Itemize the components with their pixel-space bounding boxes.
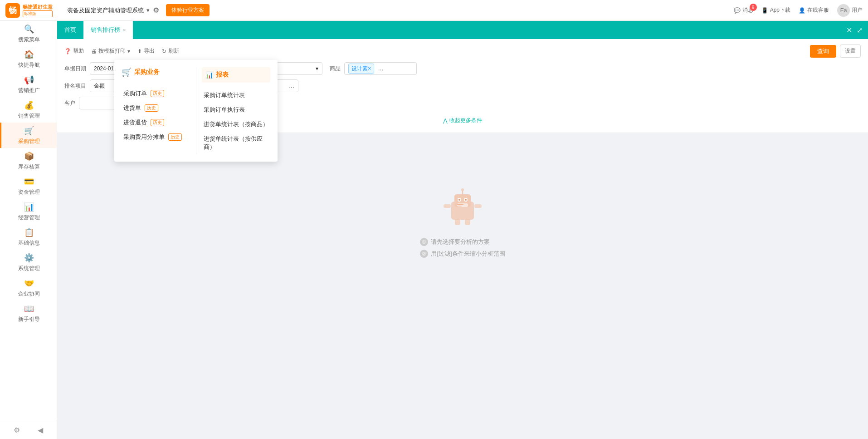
menu-item-goods-stat-by-supplier[interactable]: 进货单统计表（按供应商） (202, 132, 271, 154)
tip-item-2: ② 用[过滤]条件来缩小分析范围 (420, 248, 505, 260)
date-label: 单据日期 (64, 65, 86, 73)
sidebar-item-nav[interactable]: 🏠 快捷导航 (0, 46, 57, 72)
tab-sales-rank[interactable]: 销售排行榜 × (83, 21, 133, 39)
customer-label: 客户 (64, 99, 75, 107)
tab-home-label: 首页 (64, 26, 76, 34)
title-dropdown-icon[interactable]: ▾ (146, 7, 150, 14)
sidebar-label-sales: 销售管理 (18, 112, 40, 120)
purchase-order-label: 采购订单 (123, 89, 147, 98)
sidebar-item-management[interactable]: 📊 经营管理 (0, 199, 57, 224)
inventory-icon: 📦 (24, 151, 34, 161)
report-item-3-label: 进货单统计表（按供应商） (204, 135, 269, 151)
settings-gear-icon[interactable]: ⚙ (150, 4, 162, 17)
sidebar-label-purchase: 采购管理 (18, 138, 40, 145)
tab-close-icon[interactable]: × (123, 27, 126, 33)
purchase-icon: 🛒 (24, 126, 34, 136)
messages-item[interactable]: 💬 消息 9 (734, 6, 753, 14)
menu-item-purchase-order-stat[interactable]: 采购订单统计表 (202, 88, 271, 103)
collapse-text: 收起更多条件 (449, 117, 482, 124)
tab-close-window-icon[interactable]: ✕ (846, 26, 852, 35)
tab-sales-rank-label: 销售排行榜 (91, 26, 120, 34)
help-label: 帮助 (73, 47, 84, 55)
goods-field: 商品 设计素× … (330, 62, 417, 75)
trial-button[interactable]: 体验行业方案 (166, 4, 210, 16)
sidebar-item-basic[interactable]: 📋 基础信息 (0, 224, 57, 250)
sidebar-item-inventory[interactable]: 📦 库存核算 (0, 148, 57, 173)
settings-bottom-icon[interactable]: ⚙ (14, 426, 20, 434)
menu-item-goods-stat-by-goods[interactable]: 进货单统计表（按商品） (202, 117, 271, 132)
guide-icon: 📖 (24, 304, 34, 314)
history-badge-3: 历史 (168, 133, 182, 141)
sidebar-item-system[interactable]: ⚙️ 系统管理 (0, 250, 57, 275)
menu-item-purchase-cost[interactable]: 采购费用分摊单 历史 (122, 130, 190, 144)
tab-right-icons: ✕ ⤢ (846, 26, 868, 35)
collapse-up-icon: ⋀ (443, 118, 448, 124)
report-item-1-label: 采购订单执行表 (204, 106, 245, 114)
purchase-section-title: 🛒 采购业务 (122, 67, 190, 81)
sales-icon: 💰 (24, 100, 34, 110)
search-icon: 🔍 (24, 24, 34, 34)
logo-text: 畅捷通好生意 标准版 (23, 4, 53, 17)
sidebar-item-sales[interactable]: 💰 销售管理 (0, 97, 57, 123)
collapse-sidebar-icon[interactable]: ◀ (38, 426, 43, 434)
report-menu-section: 📊 报表 采购订单统计表 采购订单执行表 进货单统计表（按商品） (202, 67, 271, 154)
settings-button[interactable]: 设置 (840, 44, 861, 58)
sidebar-label-finance: 资金管理 (18, 188, 40, 196)
user-label: 用户 (852, 6, 863, 14)
goods-tag-text: 设计素× (351, 65, 371, 73)
goods-in-label: 进货单 (123, 104, 141, 112)
menu-divider (196, 67, 196, 154)
svg-point-14 (461, 188, 464, 191)
robot-svg (440, 188, 485, 229)
empty-illustration (440, 188, 485, 229)
main-area: 🔍 搜索菜单 🏠 快捷导航 📢 营销推广 💰 销售管理 🛒 采购管理 📦 (0, 21, 868, 439)
content-body: ❓ 帮助 🖨 按模板打印 ▾ ⬆ 导出 ↻ (57, 39, 868, 439)
menu-item-purchase-order-exec[interactable]: 采购订单执行表 (202, 103, 271, 117)
sidebar-item-marketing[interactable]: 📢 营销推广 (0, 72, 57, 97)
refresh-btn[interactable]: ↻ 刷新 (162, 47, 179, 55)
query-button[interactable]: 查询 (810, 45, 836, 58)
management-icon: 📊 (24, 202, 34, 212)
tip2-text: 用[过滤]条件来缩小分析范围 (431, 248, 505, 260)
query-area: 查询 设置 (810, 44, 861, 58)
report-section-title-text: 报表 (216, 71, 229, 79)
sidebar-item-search[interactable]: 🔍 搜索菜单 (0, 21, 57, 46)
menu-item-goods-return[interactable]: 进货退货 历史 (122, 115, 190, 130)
menu-item-purchase-order[interactable]: 采购订单 历史 (122, 86, 190, 101)
app-download-label: App下载 (770, 6, 790, 14)
purchase-section-title-text: 采购业务 (134, 68, 160, 76)
menu-item-goods-in[interactable]: 进货单 历史 (122, 101, 190, 115)
sidebar-label-cooperation: 企业协同 (18, 290, 40, 298)
app-download-item[interactable]: 📱 App下载 (761, 6, 790, 14)
report-item-2-label: 进货单统计表（按商品） (204, 120, 268, 128)
goods-select[interactable]: 设计素× … (344, 62, 417, 75)
purchase-section-icon: 🛒 (122, 67, 132, 77)
print-btn[interactable]: 🖨 按模板打印 ▾ (91, 47, 130, 55)
sidebar-item-guide[interactable]: 📖 新手引导 (0, 301, 57, 326)
rank-label: 排名项目 (64, 82, 86, 90)
export-icon: ⬆ (137, 48, 142, 54)
system-icon: ⚙️ (24, 253, 34, 263)
svg-rect-11 (455, 219, 460, 225)
svg-rect-9 (444, 204, 451, 208)
sidebar-bottom: ⚙ ◀ (0, 421, 57, 439)
print-dropdown-icon: ▾ (127, 48, 130, 54)
user-item[interactable]: Ea 用户 (837, 4, 863, 17)
help-btn[interactable]: ❓ 帮助 (64, 47, 84, 55)
tab-expand-icon[interactable]: ⤢ (857, 26, 863, 35)
export-btn[interactable]: ⬆ 导出 (137, 47, 155, 55)
logo-area: 畅 畅捷通好生意 标准版 (5, 3, 63, 18)
goods-more-icon: … (378, 65, 383, 72)
toolbar-row: ❓ 帮助 🖨 按模板打印 ▾ ⬆ 导出 ↻ (64, 44, 861, 58)
tab-home[interactable]: 首页 (57, 21, 83, 39)
sidebar-item-purchase[interactable]: 🛒 采购管理 (0, 123, 57, 148)
sidebar-item-finance[interactable]: 💳 资金管理 (0, 173, 57, 199)
sidebar-label-nav: 快捷导航 (18, 61, 40, 69)
online-service-item[interactable]: 👤 在线客服 (799, 6, 829, 14)
sidebar-item-cooperation[interactable]: 🤝 企业协同 (0, 275, 57, 301)
svg-rect-10 (474, 204, 482, 208)
purchase-menu-section: 🛒 采购业务 采购订单 历史 进货单 历史 进货退货 (122, 67, 190, 154)
tip-item-1: ① 请先选择要分析的方案 (420, 236, 505, 248)
refresh-label: 刷新 (168, 47, 179, 55)
print-icon: 🖨 (91, 48, 97, 54)
